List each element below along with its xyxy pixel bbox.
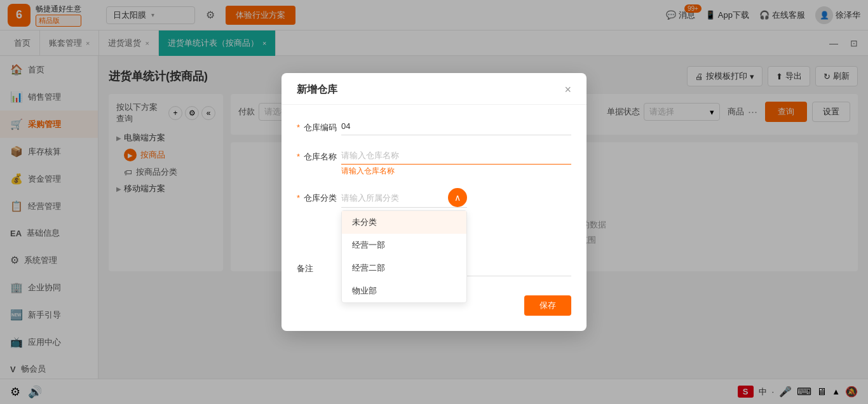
dropdown-option-dept1[interactable]: 经营一部 [342, 234, 466, 257]
name-error-msg: 请输入仓库名称 [341, 166, 571, 177]
category-label: * 仓库分类 [297, 188, 341, 204]
code-label: * 仓库编码 [297, 118, 341, 133]
code-input-wrap [341, 118, 571, 135]
modal-body: * 仓库编码 * 仓库名称 请输入仓库名称 * 仓库分类 [281, 105, 587, 276]
form-row-name: * 仓库名称 请输入仓库名称 [297, 147, 571, 177]
modal-close-btn[interactable]: × [564, 83, 571, 97]
save-button[interactable]: 保存 [524, 295, 571, 316]
form-row-code: * 仓库编码 [297, 118, 571, 135]
form-row-category: * 仓库分类 ∧ 未分类 经营一部 经营二部 物业部 [297, 188, 571, 208]
code-input[interactable] [341, 118, 571, 135]
modal-title: 新增仓库 [297, 83, 337, 97]
category-input[interactable] [341, 189, 448, 206]
dropdown-option-dept3[interactable]: 物业部 [342, 279, 466, 302]
category-dropdown-list: 未分类 经营一部 经营二部 物业部 [341, 210, 467, 303]
name-label: * 仓库名称 [297, 147, 341, 163]
name-input[interactable] [341, 147, 571, 165]
category-dropdown-toggle[interactable]: ∧ [448, 188, 467, 207]
category-input-wrap: ∧ 未分类 经营一部 经营二部 物业部 [341, 188, 467, 208]
modal-header: 新增仓库 × [281, 73, 587, 105]
dropdown-option-dept2[interactable]: 经营二部 [342, 257, 466, 279]
dropdown-option-unclassified[interactable]: 未分类 [342, 211, 466, 234]
add-warehouse-modal: 新增仓库 × * 仓库编码 * 仓库名称 请输入仓库名称 [281, 73, 587, 331]
note-label: 备注 [297, 259, 341, 274]
category-dropdown-wrap: ∧ [341, 188, 467, 208]
name-input-wrap: 请输入仓库名称 [341, 147, 571, 177]
